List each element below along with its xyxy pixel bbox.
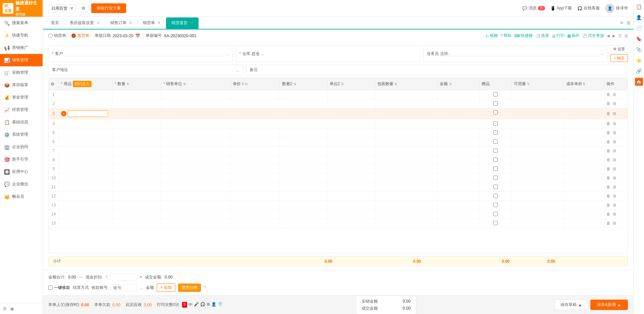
message-item[interactable]: 💬 消息 70 (522, 5, 545, 11)
sidebar-item-wechat[interactable]: 💬 企业微信 (0, 178, 43, 190)
sidebar-item-newbie[interactable]: 🎯 新手引导 (0, 153, 43, 166)
sidebar-item-system[interactable]: ⚙️ 系统管理 (0, 128, 43, 141)
sidebar-item-purchase[interactable]: 🛒 采购管理 (0, 66, 43, 79)
sidebar-item-marketing[interactable]: 📢 营销推广 (0, 42, 43, 54)
copy-row-icon-12[interactable]: ⊞ (613, 194, 616, 198)
copy-row-icon-1[interactable]: ⊞ (613, 92, 616, 97)
close-tab-btn[interactable]: ✕ (620, 20, 624, 25)
gift-checkbox-4[interactable] (493, 121, 498, 126)
gift-checkbox-2[interactable] (493, 101, 498, 106)
gift-checkbox-6[interactable] (493, 139, 498, 144)
tab-sales-order[interactable]: 销售订单 ✕ (105, 17, 138, 29)
operate-link[interactable]: ▦ 操作 (567, 33, 580, 39)
radio-sale-input[interactable] (48, 34, 53, 38)
radio-return-input[interactable] (71, 34, 76, 38)
delete-row-icon-6[interactable]: 🗑 (606, 139, 610, 144)
delete-row-icon-7[interactable]: 🗑 (606, 148, 610, 153)
shortcut-link[interactable]: ⌨ 快捷键 (514, 33, 533, 39)
right-panel-icon-6[interactable]: ⭐ (635, 56, 643, 64)
account-input[interactable] (110, 284, 137, 292)
copy-row-icon-7[interactable]: ⊞ (613, 148, 616, 153)
sidebar-item-apps[interactable]: 🔲 应用中心 (0, 166, 43, 178)
sidebar-item-enterprise[interactable]: 🏢 企业协同 (0, 141, 43, 153)
save-new-button[interactable]: 保存&新增 ▲ (590, 300, 628, 310)
add-button[interactable]: + 添加 (157, 284, 175, 292)
sidebar-settings-btn[interactable]: ⚙ (3, 306, 7, 311)
maximize-tab-btn[interactable]: ⊞ (627, 20, 631, 25)
save-draft-button[interactable]: 保存草稿 ▲ (555, 300, 588, 310)
available-sort-icon[interactable]: ⇅ (527, 82, 530, 86)
help-link[interactable]: ? 帮助 (500, 33, 512, 39)
delete-row-icon-14[interactable]: 🗑 (606, 212, 610, 216)
online-service-item[interactable]: 🎧 在线客服 (577, 5, 600, 11)
radio-sale[interactable]: 销货单 (48, 33, 66, 39)
price-sort-icon[interactable]: ⇅ (245, 82, 248, 86)
qty-sort-icon[interactable]: ⇅ (126, 82, 129, 86)
tab-price-settings-close[interactable]: ✕ (97, 21, 100, 25)
select-link[interactable]: 📑 选单 (535, 33, 549, 39)
sidebar-item-operation[interactable]: 📈 经营管理 (0, 104, 43, 116)
discount-help-icon[interactable]: ? (105, 275, 108, 279)
gift-checkbox-5[interactable] (493, 130, 498, 135)
sidebar-collapse-btn[interactable]: ◀ (10, 306, 13, 311)
customer-dots[interactable]: ... (226, 51, 229, 56)
tab-sales-order-close[interactable]: ✕ (129, 21, 132, 25)
copy-row-icon-15[interactable]: ⊞ (613, 221, 616, 226)
fee-help-icon[interactable]: ? (204, 286, 206, 290)
gift-checkbox-3[interactable] (493, 110, 498, 115)
right-panel-icon-8[interactable]: 🏠 (635, 78, 643, 86)
video-link[interactable]: ▷ 视频 (486, 33, 498, 39)
nav-prev-icon[interactable]: ◀ (607, 34, 610, 38)
salesperson-input[interactable] (440, 51, 599, 56)
salesperson-dots[interactable]: ... (600, 51, 604, 56)
list-view-icon[interactable]: ☰ (618, 34, 622, 38)
calendar-icon[interactable]: 📅 (135, 34, 140, 38)
user-item[interactable]: 👤 徐泽华 (605, 4, 628, 13)
delete-row-icon-2[interactable]: 🗑 (606, 101, 610, 106)
gift-checkbox-14[interactable] (493, 212, 498, 216)
gift-checkbox-15[interactable] (493, 221, 498, 225)
gift-checkbox-10[interactable] (493, 176, 498, 180)
copy-row-icon-8[interactable]: ⊞ (613, 158, 616, 162)
delete-row-icon-8[interactable]: 🗑 (606, 158, 610, 162)
delete-row-icon-5[interactable]: 🗑 (606, 130, 610, 135)
unit-sort-icon[interactable]: ⇅ (183, 82, 186, 86)
right-panel-icon-7[interactable]: 🔗 (635, 67, 643, 75)
one-click-check[interactable] (48, 286, 53, 290)
right-panel-icon-5[interactable]: 📎 (635, 46, 643, 54)
print-link[interactable]: 🖨 打印 (552, 33, 565, 39)
sidebar-item-shortcut[interactable]: ⚡ 快捷导航 (0, 29, 43, 42)
discount-input[interactable] (110, 273, 137, 281)
gift-checkbox-12[interactable] (493, 194, 498, 198)
tab-sales-delivery-close[interactable]: ✕ (158, 21, 161, 25)
gift-checkbox-8[interactable] (493, 158, 498, 162)
right-panel-icon-4[interactable]: 🔖 (635, 35, 643, 43)
delete-row-icon-15[interactable]: 🗑 (606, 221, 610, 226)
customer-input[interactable] (64, 51, 225, 56)
copy-row-icon-2[interactable]: ⊞ (613, 101, 616, 106)
product-input-3[interactable] (68, 110, 108, 117)
copy-row-icon-6[interactable]: ⊞ (613, 139, 616, 144)
address-dots[interactable]: ... (236, 68, 239, 72)
tab-price-settings[interactable]: 售价提取设置 ✕ (64, 17, 105, 29)
scan-button[interactable]: 扫码录入 (73, 81, 92, 87)
gift-checkbox-9[interactable] (493, 167, 498, 171)
copy-row-icon-4[interactable]: ⊞ (613, 121, 616, 126)
tab-home[interactable]: 首页 (46, 17, 64, 29)
price-info-icon[interactable]: ℹ (242, 81, 244, 86)
copy-row-icon-10[interactable]: ⊞ (613, 176, 616, 180)
delete-row-icon-1[interactable]: 🗑 (606, 92, 610, 97)
logistics-button[interactable]: + 物流 (610, 54, 628, 62)
amount-sort-icon[interactable]: ⇅ (449, 82, 452, 86)
sidebar-item-basic[interactable]: 📋 基础信息 (0, 116, 43, 128)
delete-row-icon-12[interactable]: 🗑 (606, 194, 610, 198)
copy-row-icon-3[interactable]: ⊞ (613, 111, 616, 116)
sidebar-item-search[interactable]: 🔍 搜索菜单 (0, 17, 43, 29)
gift-checkbox-11[interactable] (493, 185, 498, 189)
sidebar-item-member[interactable]: 👑 畅会员 (0, 190, 43, 203)
settings-button[interactable]: ⚙ 设置 (610, 45, 628, 53)
copy-row-icon-14[interactable]: ⊞ (613, 212, 616, 216)
note-input[interactable] (259, 68, 624, 72)
gift-checkbox-7[interactable] (493, 148, 498, 153)
sidebar-item-finance[interactable]: 💰 资金管理 (0, 91, 43, 104)
